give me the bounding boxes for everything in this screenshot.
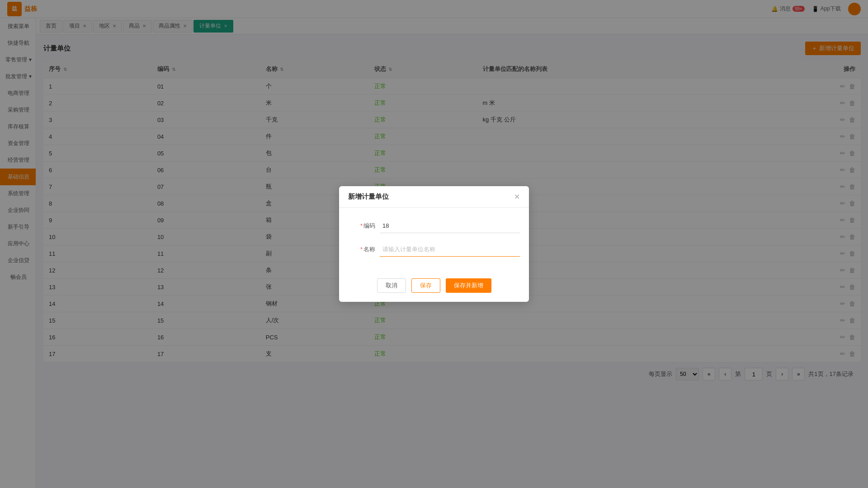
form-row-code: *编码 (348, 219, 520, 233)
required-mark: * (360, 222, 363, 229)
modal-overlay: 新增计量单位 ✕ *编码 *名称 取消 保存 保存并新增 (0, 0, 868, 488)
code-label: *编码 (348, 222, 375, 230)
name-input[interactable] (380, 242, 520, 257)
modal-header: 新增计量单位 ✕ (339, 186, 529, 208)
modal-footer: 取消 保存 保存并新增 (339, 273, 529, 302)
name-label: *名称 (348, 245, 375, 253)
required-mark-name: * (360, 246, 363, 253)
modal-close-btn[interactable]: ✕ (514, 192, 520, 201)
code-input[interactable] (380, 219, 520, 233)
modal-title: 新增计量单位 (348, 192, 389, 201)
save-button[interactable]: 保存 (411, 278, 440, 293)
form-row-name: *名称 (348, 242, 520, 257)
save-and-new-button[interactable]: 保存并新增 (446, 278, 491, 293)
modal-body: *编码 *名称 (339, 208, 529, 273)
add-measure-unit-modal: 新增计量单位 ✕ *编码 *名称 取消 保存 保存并新增 (339, 186, 529, 302)
cancel-button[interactable]: 取消 (377, 278, 406, 293)
